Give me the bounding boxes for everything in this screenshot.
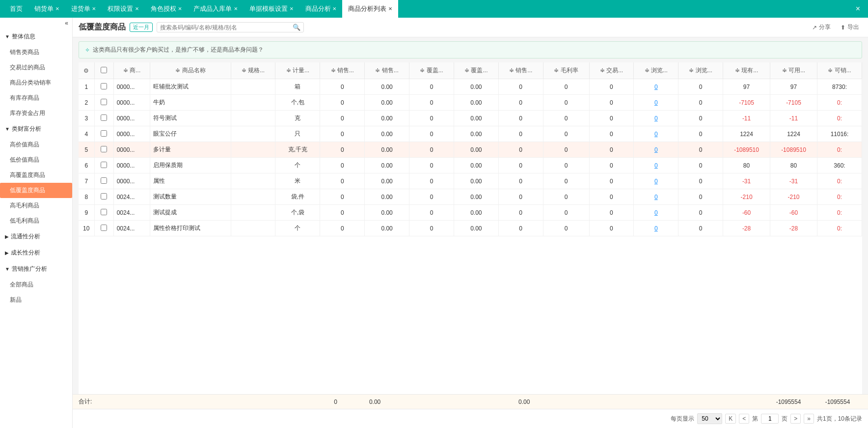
sidebar-item-low-margin[interactable]: 低毛利商品 <box>0 213 72 228</box>
page-input[interactable] <box>761 414 779 424</box>
code-column-header[interactable]: ≑ 商... <box>113 62 150 79</box>
row-select-checkbox[interactable] <box>101 193 107 200</box>
sidebar-item-high-coverage[interactable]: 高覆盖度商品 <box>0 168 72 183</box>
row-current: -7105 <box>723 95 770 111</box>
sidebar-group-wealth[interactable]: ▼ 类财富分析 <box>0 121 72 137</box>
name-column-header[interactable]: ≑ 商品名称 <box>150 62 231 79</box>
share-button[interactable]: ↗ 分享 <box>809 22 834 33</box>
row-checkbox[interactable] <box>94 189 113 205</box>
nav-sales[interactable]: 销货单 × <box>28 0 65 18</box>
row-code: 0000... <box>113 95 150 111</box>
saleable-column-header[interactable]: ≑ 可销... <box>817 62 862 79</box>
sales3-column-header[interactable]: ≑ 销售... <box>498 62 543 79</box>
row-checkbox[interactable] <box>94 79 113 95</box>
prev-page-button[interactable]: < <box>739 414 749 424</box>
sidebar-item-sales-goods[interactable]: 销售类商品 <box>0 45 72 60</box>
row-select-checkbox[interactable] <box>101 177 107 184</box>
sidebar-item-in-stock[interactable]: 有库存商品 <box>0 90 72 106</box>
row-browse1[interactable]: 0 <box>634 205 678 221</box>
row-no: 10 <box>79 221 94 236</box>
row-code: 0024... <box>113 205 150 221</box>
nav-goods-analysis[interactable]: 商品分析 × <box>299 0 343 18</box>
next-page-button[interactable]: > <box>790 414 801 424</box>
select-all-checkbox[interactable] <box>101 67 107 73</box>
row-browse1[interactable]: 0 <box>634 189 678 205</box>
per-page-select[interactable]: 50 10 20 100 <box>697 413 722 424</box>
row-select-checkbox[interactable] <box>101 130 107 137</box>
nav-home[interactable]: 首页 <box>4 0 28 18</box>
sidebar-item-low-value[interactable]: 低价值商品 <box>0 152 72 168</box>
gross-column-header[interactable]: ≑ 毛利率 <box>543 62 589 79</box>
row-current: -31 <box>723 173 770 189</box>
sidebar-item-stock-capital[interactable]: 库存资金占用 <box>0 106 72 121</box>
row-checkbox[interactable] <box>94 221 113 236</box>
browse1-column-header[interactable]: ≑ 浏览... <box>634 62 678 79</box>
nav-product-stock[interactable]: 产成品入库单 × <box>188 0 244 18</box>
export-button[interactable]: ⬆ 导出 <box>838 22 862 33</box>
row-select-checkbox[interactable] <box>101 99 107 105</box>
sidebar-group-growth[interactable]: ▶ 成长性分析 <box>0 245 72 261</box>
row-checkbox[interactable] <box>94 205 113 221</box>
nav-template[interactable]: 单据模板设置 × <box>244 0 299 18</box>
settings-column-header[interactable]: ⚙ <box>79 62 94 79</box>
browse2-column-header[interactable]: ≑ 浏览... <box>678 62 723 79</box>
spec-column-header[interactable]: ≑ 规格... <box>231 62 275 79</box>
row-browse1[interactable]: 0 <box>634 126 678 142</box>
available-column-header[interactable]: ≑ 可用... <box>770 62 817 79</box>
row-browse2: 0 <box>678 111 723 126</box>
chevron-right-icon: ▶ <box>5 234 9 239</box>
row-browse1[interactable]: 0 <box>634 95 678 111</box>
row-select-checkbox[interactable] <box>101 225 107 231</box>
trade-column-header[interactable]: ≑ 交易... <box>589 62 634 79</box>
sidebar-item-high-margin[interactable]: 高毛利商品 <box>0 198 72 213</box>
first-page-button[interactable]: K <box>725 414 736 424</box>
sidebar-item-new-goods[interactable]: 新品 <box>0 292 72 308</box>
nav-permission[interactable]: 权限设置 × <box>102 0 145 18</box>
nav-role[interactable]: 角色授权 × <box>145 0 188 18</box>
current-column-header[interactable]: ≑ 现有... <box>723 62 770 79</box>
row-select-checkbox[interactable] <box>101 146 107 152</box>
row-checkbox[interactable] <box>94 126 113 142</box>
sidebar-item-low-coverage[interactable]: 低覆盖度商品 <box>0 183 72 198</box>
row-browse1[interactable]: 0 <box>634 111 678 126</box>
checkbox-column-header[interactable] <box>94 62 113 79</box>
unit-column-header[interactable]: ≑ 计量... <box>275 62 320 79</box>
row-checkbox[interactable] <box>94 158 113 173</box>
row-select-checkbox[interactable] <box>101 114 107 121</box>
sidebar-item-high-value[interactable]: 高价值商品 <box>0 137 72 152</box>
nav-purchase[interactable]: 进货单 × <box>65 0 102 18</box>
sales1-column-header[interactable]: ≑ 销售... <box>320 62 365 79</box>
row-spec <box>231 79 275 95</box>
row-checkbox[interactable] <box>94 95 113 111</box>
row-checkbox[interactable] <box>94 173 113 189</box>
row-no: 8 <box>79 189 94 205</box>
sidebar-item-category-rate[interactable]: 商品分类动销率 <box>0 75 72 90</box>
window-close-button[interactable]: × <box>852 4 864 13</box>
search-input[interactable] <box>160 24 293 31</box>
row-browse1[interactable]: 0 <box>634 221 678 236</box>
sidebar-collapse-button[interactable]: « <box>0 18 72 29</box>
row-select-checkbox[interactable] <box>101 162 107 168</box>
sidebar-group-marketing[interactable]: ▼ 营销推广分析 <box>0 261 72 277</box>
cover2-column-header[interactable]: ≑ 覆盖... <box>454 62 498 79</box>
cover1-column-header[interactable]: ≑ 覆盖... <box>409 62 454 79</box>
row-checkbox[interactable] <box>94 142 113 158</box>
sales2-column-header[interactable]: ≑ 销售... <box>365 62 409 79</box>
row-checkbox[interactable] <box>94 111 113 126</box>
sidebar-group-overall[interactable]: ▼ 整体信息 <box>0 29 72 45</box>
nav-goods-analysis-list[interactable]: 商品分析列表 × <box>342 0 398 18</box>
row-select-checkbox[interactable] <box>101 83 107 89</box>
sidebar-item-traded-goods[interactable]: 交易过的商品 <box>0 60 72 75</box>
time-tag[interactable]: 近一月 <box>130 23 153 32</box>
row-select-checkbox[interactable] <box>101 209 107 215</box>
row-browse1[interactable]: 0 <box>634 173 678 189</box>
row-browse1[interactable]: 0 <box>634 158 678 173</box>
sidebar-group-liquidity[interactable]: ▶ 流通性分析 <box>0 228 72 245</box>
last-page-button[interactable]: » <box>804 414 814 424</box>
row-sales1: 0 <box>320 221 365 236</box>
row-saleable: 0: <box>817 205 862 221</box>
row-browse1[interactable]: 0 <box>634 142 678 158</box>
row-browse1[interactable]: 0 <box>634 79 678 95</box>
row-code: 0024... <box>113 189 150 205</box>
sidebar-item-all-goods[interactable]: 全部商品 <box>0 277 72 292</box>
